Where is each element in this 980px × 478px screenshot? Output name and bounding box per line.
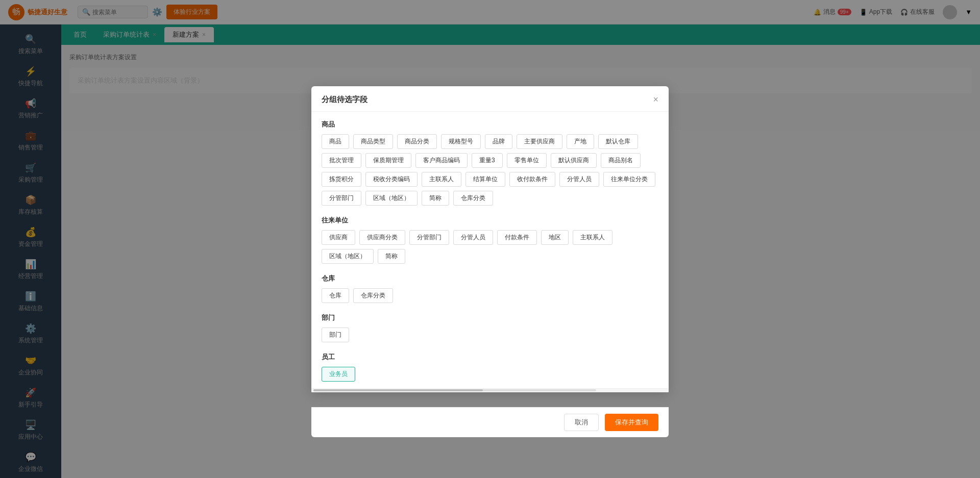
field-tag[interactable]: 分管部门 bbox=[322, 191, 361, 206]
field-tag[interactable]: 部门 bbox=[322, 328, 349, 342]
field-tag[interactable]: 重量3 bbox=[472, 153, 503, 168]
modal-body: 商品 商品 商品类型 商品分类 规格型号 品牌 主要供应商 产地 默认仓库 批次… bbox=[311, 112, 669, 388]
modal: 分组待选字段 × 商品 商品 商品类型 商品分类 规格型号 品牌 主要供应商 产… bbox=[311, 86, 669, 392]
field-tag[interactable]: 结算单位 bbox=[465, 172, 505, 187]
field-tag[interactable]: 仓库 bbox=[322, 288, 349, 303]
field-tag[interactable]: 主要供应商 bbox=[517, 134, 562, 149]
department-field-tags: 部门 bbox=[322, 328, 658, 342]
field-tag[interactable]: 区域（地区） bbox=[322, 249, 374, 264]
field-tag[interactable]: 分管部门 bbox=[409, 230, 449, 245]
field-tag[interactable]: 商品 bbox=[322, 134, 349, 149]
field-tag[interactable]: 批次管理 bbox=[322, 153, 361, 168]
field-tag[interactable]: 拣货积分 bbox=[322, 172, 361, 187]
field-tag[interactable]: 主联系人 bbox=[573, 230, 612, 245]
cancel-button[interactable]: 取消 bbox=[564, 414, 599, 431]
field-tag[interactable]: 税收分类编码 bbox=[365, 172, 418, 187]
warehouse-field-tags: 仓库 仓库分类 bbox=[322, 288, 658, 303]
field-tag[interactable]: 商品类型 bbox=[353, 134, 393, 149]
group-title-warehouse: 仓库 bbox=[322, 274, 658, 283]
product-field-tags: 商品 商品类型 商品分类 规格型号 品牌 主要供应商 产地 默认仓库 批次管理 … bbox=[322, 134, 658, 206]
modal-footer: 取消 保存并查询 bbox=[311, 407, 669, 437]
field-tag[interactable]: 默认仓库 bbox=[598, 134, 638, 149]
field-group-department: 部门 部门 bbox=[322, 313, 658, 342]
field-tag[interactable]: 客户商品编码 bbox=[415, 153, 468, 168]
field-tag[interactable]: 分管人员 bbox=[559, 172, 599, 187]
modal-overlay: 分组待选字段 × 商品 商品 商品类型 商品分类 规格型号 品牌 主要供应商 产… bbox=[0, 0, 980, 478]
field-tag[interactable]: 商品分类 bbox=[397, 134, 437, 149]
field-tag[interactable]: 规格型号 bbox=[441, 134, 481, 149]
field-tag[interactable]: 品牌 bbox=[485, 134, 512, 149]
field-tag[interactable]: 地区 bbox=[541, 230, 569, 245]
field-tag[interactable]: 付款条件 bbox=[497, 230, 537, 245]
field-tag[interactable]: 供应商 bbox=[322, 230, 355, 245]
field-tag[interactable]: 分管人员 bbox=[453, 230, 493, 245]
field-tag[interactable]: 仓库分类 bbox=[453, 191, 493, 206]
partner-field-tags: 供应商 供应商分类 分管部门 分管人员 付款条件 地区 主联系人 区域（地区） … bbox=[322, 230, 658, 264]
modal-close-button[interactable]: × bbox=[653, 94, 658, 105]
modal-title: 分组待选字段 bbox=[322, 95, 368, 105]
field-group-product: 商品 商品 商品类型 商品分类 规格型号 品牌 主要供应商 产地 默认仓库 批次… bbox=[322, 120, 658, 206]
group-title-partner: 往来单位 bbox=[322, 216, 658, 225]
group-title-product: 商品 bbox=[322, 120, 658, 129]
group-title-employee: 员工 bbox=[322, 353, 658, 362]
field-tag-salesperson[interactable]: 业务员 bbox=[322, 367, 355, 382]
field-tag[interactable]: 商品别名 bbox=[601, 153, 641, 168]
field-tag[interactable]: 收付款条件 bbox=[509, 172, 555, 187]
field-group-partner: 往来单位 供应商 供应商分类 分管部门 分管人员 付款条件 地区 主联系人 区域… bbox=[322, 216, 658, 264]
field-tag[interactable]: 产地 bbox=[567, 134, 594, 149]
save-query-button[interactable]: 保存并查询 bbox=[605, 414, 658, 431]
field-tag[interactable]: 默认供应商 bbox=[551, 153, 597, 168]
field-tag[interactable]: 区域（地区） bbox=[365, 191, 418, 206]
field-tag[interactable]: 简称 bbox=[378, 249, 405, 264]
field-tag[interactable]: 仓库分类 bbox=[353, 288, 393, 303]
horizontal-scrollbar[interactable] bbox=[311, 388, 669, 392]
field-tag[interactable]: 主联系人 bbox=[422, 172, 461, 187]
field-group-warehouse: 仓库 仓库 仓库分类 bbox=[322, 274, 658, 303]
field-tag[interactable]: 简称 bbox=[422, 191, 449, 206]
field-tag[interactable]: 供应商分类 bbox=[359, 230, 405, 245]
field-tag[interactable]: 保质期管理 bbox=[365, 153, 411, 168]
field-group-employee: 员工 业务员 bbox=[322, 353, 658, 382]
field-tag[interactable]: 往来单位分类 bbox=[603, 172, 655, 187]
employee-field-tags: 业务员 bbox=[322, 367, 658, 382]
group-title-department: 部门 bbox=[322, 313, 658, 322]
field-tag[interactable]: 零售单位 bbox=[507, 153, 547, 168]
modal-header: 分组待选字段 × bbox=[311, 86, 669, 112]
